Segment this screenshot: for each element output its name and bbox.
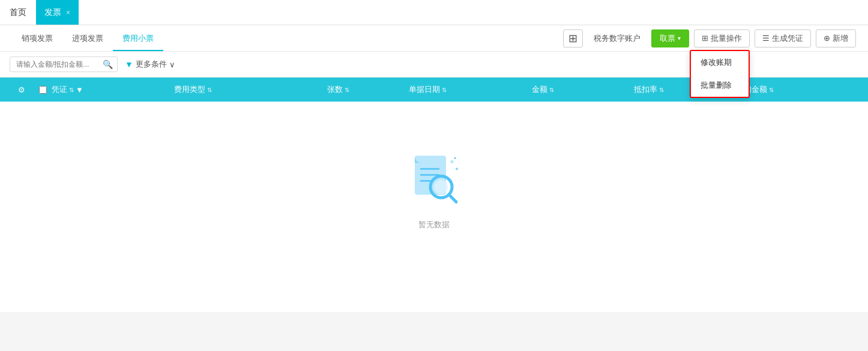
add-label: 新增 <box>833 33 848 44</box>
amount-sort-icon: ⇅ <box>549 87 554 93</box>
voucher-sort-icon: ⇅ <box>69 87 74 93</box>
content-area: 暂无数据 <box>0 102 868 312</box>
fetch-arrow-icon: ▾ <box>678 35 681 41</box>
top-nav: 首页 发票 × <box>0 0 868 25</box>
sub-nav: 销项发票 进项发票 费用小票 ⊞ 税务数字账户 取票 ▾ ⊞ 批量操作 修改账期… <box>0 25 868 52</box>
tax-account-button[interactable]: 税务数字账户 <box>588 30 646 47</box>
col-voucher-label: 凭证 <box>52 84 67 95</box>
col-amount-label: 金额 <box>532 84 547 95</box>
more-conditions-button[interactable]: ▼ 更多条件 ∨ <box>125 59 175 70</box>
search-icon: 🔍 <box>103 60 113 69</box>
col-expense-type-label: 费用类型 <box>174 84 205 95</box>
batch-op-button[interactable]: ⊞ 批量操作 <box>694 29 750 47</box>
batch-delete-item[interactable]: 批量删除 <box>691 74 749 97</box>
voucher-filter-icon: ▼ <box>76 85 83 94</box>
more-conditions-label: 更多条件 <box>136 59 167 70</box>
select-all-checkbox[interactable] <box>39 86 47 94</box>
batch-op-wrap: ⊞ 批量操作 修改账期 批量删除 <box>694 29 750 47</box>
svg-line-6 <box>449 195 456 202</box>
col-deduct-rate-label: 抵扣率 <box>634 84 657 95</box>
batch-op-label: 批量操作 <box>711 33 742 44</box>
generate-icon: ☰ <box>762 34 770 43</box>
fetch-invoice-button[interactable]: 取票 ▾ <box>651 29 689 47</box>
col-amount[interactable]: 金额 ⇅ <box>532 84 634 95</box>
add-icon: ⊕ <box>824 34 830 43</box>
svg-point-8 <box>456 168 458 170</box>
col-count[interactable]: 张数 ⇅ <box>327 84 409 95</box>
tab-sales-invoice[interactable]: 销项发票 <box>12 25 62 51</box>
col-voucher[interactable]: 凭证 ⇅ ▼ <box>52 84 174 95</box>
tab-income-invoice[interactable]: 进项发票 <box>62 25 113 51</box>
empty-text: 暂无数据 <box>418 219 450 230</box>
svg-point-9 <box>454 157 456 159</box>
col-deduct-amount[interactable]: 抵扣金额 ⇅ <box>736 84 858 95</box>
filter-icon: ▼ <box>125 60 133 69</box>
col-count-label: 张数 <box>327 84 343 95</box>
col-date-label: 单据日期 <box>409 84 440 95</box>
search-input[interactable] <box>10 56 118 72</box>
col-date[interactable]: 单据日期 ⇅ <box>409 84 531 95</box>
add-button[interactable]: ⊕ 新增 <box>816 29 856 47</box>
empty-state: 暂无数据 <box>0 102 868 254</box>
home-tab[interactable]: 首页 <box>0 0 36 25</box>
batch-icon: ⊞ <box>702 34 708 43</box>
svg-point-5 <box>434 180 448 194</box>
col-checkbox[interactable] <box>34 86 52 94</box>
search-wrap: 🔍 <box>10 56 118 72</box>
more-conditions-arrow: ∨ <box>169 60 175 69</box>
col-settings[interactable]: ⚙ <box>10 85 34 94</box>
invoice-tab[interactable]: 发票 × <box>36 0 79 25</box>
deduct-amount-sort-icon: ⇅ <box>769 87 774 93</box>
deduct-rate-sort-icon: ⇅ <box>659 87 664 93</box>
date-sort-icon: ⇅ <box>442 87 447 93</box>
svg-point-7 <box>451 160 454 163</box>
modify-period-item[interactable]: 修改账期 <box>691 51 749 74</box>
expense-type-sort-icon: ⇅ <box>207 87 212 93</box>
invoice-tab-label: 发票 <box>44 7 61 18</box>
toolbar: ⊞ 税务数字账户 取票 ▾ ⊞ 批量操作 修改账期 批量删除 ☰ 生成凭证 ⊕ … <box>563 29 856 47</box>
generate-voucher-label: 生成凭证 <box>772 33 803 44</box>
settings-icon: ⚙ <box>18 85 25 94</box>
close-icon[interactable]: × <box>66 8 70 17</box>
empty-illustration <box>404 150 464 210</box>
tab-expense-receipt[interactable]: 费用小票 <box>113 25 163 51</box>
generate-voucher-button[interactable]: ☰ 生成凭证 <box>755 29 811 47</box>
count-sort-icon: ⇅ <box>345 87 349 93</box>
col-expense-type[interactable]: 费用类型 ⇅ <box>174 84 327 95</box>
qr-button[interactable]: ⊞ <box>563 29 583 47</box>
fetch-invoice-label: 取票 <box>660 33 675 44</box>
batch-dropdown-menu: 修改账期 批量删除 <box>690 50 750 98</box>
